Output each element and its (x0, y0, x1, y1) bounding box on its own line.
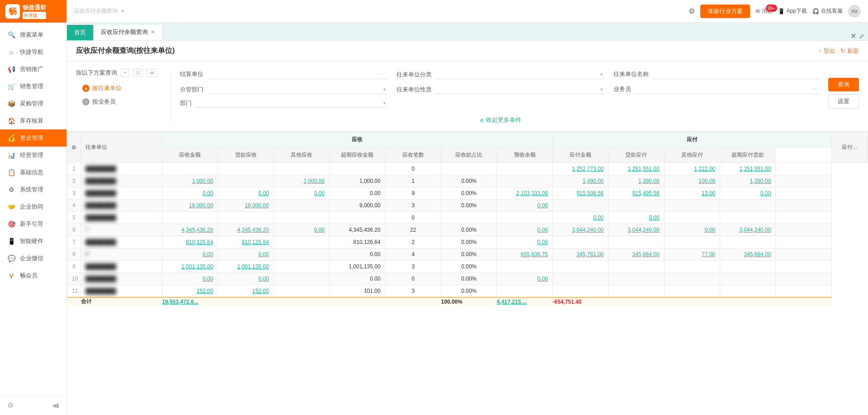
cell-value[interactable]: 13.00 (702, 190, 715, 196)
cell-value[interactable]: 152.00 (252, 288, 269, 294)
department-input[interactable]: ▾ (195, 99, 387, 108)
cell-value[interactable]: 0.00 (203, 251, 213, 258)
sidebar-item-inventory[interactable]: 🏠 库存核算 (0, 112, 66, 129)
cell-value[interactable]: 0.00 (537, 227, 547, 233)
sidebar-item-guide[interactable]: 🎯 新手引导 (0, 215, 66, 233)
filter-config-icon[interactable]: ⊙ (133, 69, 143, 77)
message-button[interactable]: ✉ 消息 99+ (755, 7, 773, 15)
sidebar-item-hardware[interactable]: 📱 智能硬件 (0, 233, 66, 250)
cell-value[interactable]: 3,044,240.00 (572, 227, 604, 233)
cell-value[interactable]: 100.00 (698, 178, 715, 184)
cell-value[interactable]: 345,684.00 (744, 251, 771, 258)
cell-value[interactable]: 0.00 (649, 215, 659, 221)
cell-value[interactable]: 810,126.64 (242, 239, 269, 245)
sidebar-item-system[interactable]: ⚙ 系统管理 (0, 181, 66, 198)
query-button[interactable]: 查询 (828, 78, 859, 91)
header-settings-icon[interactable]: ⚙ (689, 7, 695, 15)
cell-value[interactable]: 345,761.00 (576, 251, 604, 258)
service-button[interactable]: 🎧 在线客服 (812, 7, 843, 15)
tab-home[interactable]: 首页 (67, 25, 94, 40)
cell-value[interactable]: 152.00 (197, 288, 213, 294)
footer-ar-prepay[interactable]: 6,417,215.... (497, 297, 552, 305)
cell-value[interactable]: 1,390.00 (750, 178, 771, 184)
export-button[interactable]: ↑ 导出 (819, 47, 835, 55)
app-download-button[interactable]: 📱 App下载 (778, 7, 807, 15)
cell-value[interactable]: 3,044,240.00 (739, 227, 771, 233)
sidebar-item-label: 经营管理 (20, 151, 43, 159)
cell-value[interactable]: 0.00 (593, 215, 604, 221)
partner-name-input[interactable] (652, 69, 821, 79)
filter-nav-by-salesman[interactable]: ○ 按业务员 (76, 95, 166, 109)
cell-value[interactable]: 810,126.64 (186, 239, 213, 245)
tab-close-window-icon[interactable]: ✕ (850, 32, 856, 40)
sidebar-item-member[interactable]: V 畅会员 (0, 267, 66, 284)
sidebar-collapse-icon[interactable]: ◀▮ (52, 402, 59, 409)
cell-value[interactable]: 0.00 (258, 276, 269, 282)
sidebar-gear-icon[interactable]: ⚙ (7, 401, 14, 410)
sidebar-item-purchase[interactable]: 📦 采购管理 (0, 95, 66, 112)
footer-label: 合计 (81, 297, 162, 305)
cell-value[interactable]: 0.00 (537, 276, 547, 282)
cell-value[interactable]: 77.00 (702, 251, 715, 258)
member-icon: V (7, 272, 15, 279)
cell-value[interactable]: 1,001,135.00 (237, 263, 269, 270)
sidebar-item-marketing[interactable]: 📢 营销推广 (0, 61, 66, 78)
cell-value[interactable]: 1,390.00 (638, 178, 660, 184)
cell-value[interactable]: 1,251,551.00 (739, 166, 771, 172)
sidebar-item-wechat[interactable]: 💬 企业微信 (0, 250, 66, 267)
filter-collapse-icon[interactable]: ≪ (146, 69, 158, 77)
cell-value[interactable]: 915,495.56 (632, 190, 660, 196)
cell-value[interactable]: 0.00 (537, 239, 547, 245)
cell-value[interactable]: 0.00 (258, 251, 269, 258)
collapse-button[interactable]: ∧ 收起更多条件 (480, 116, 521, 124)
col-ar-ratio: 应收款占比 (441, 148, 497, 163)
table-row: 1 ████████ 0 1,252,773.00 1,251,551.00 1… (67, 163, 868, 175)
cell-value[interactable]: 1,001,135.00 (181, 263, 213, 270)
promo-button[interactable]: 体验行业方案 (700, 5, 750, 18)
cell-value[interactable]: 0.00 (760, 190, 771, 196)
sidebar-item-basic[interactable]: 📋 基础信息 (0, 164, 66, 181)
filter-nav-by-partner[interactable]: ● 按往来单位 (76, 81, 166, 95)
setting-button[interactable]: 设置 (828, 94, 859, 109)
tab-maximize-icon[interactable]: ⤢ (859, 33, 864, 40)
cell-value[interactable]: 1,490.00 (583, 178, 604, 184)
cell-value[interactable]: 345,684.00 (632, 251, 660, 258)
cell-value[interactable]: 3,044,240.00 (628, 227, 660, 233)
cell-value[interactable]: 0.00 (705, 227, 715, 233)
cell-value[interactable]: 1,222.00 (694, 166, 715, 172)
cell-value[interactable]: 0.00 (314, 190, 325, 196)
partner-nature-input[interactable]: ▾ (435, 85, 604, 94)
table-gear-icon[interactable]: ⚙ (67, 132, 81, 163)
cell-value[interactable]: 1,252,773.00 (572, 166, 604, 172)
sidebar-item-search[interactable]: 🔍 搜索菜单 (0, 26, 66, 43)
cell-value[interactable]: 4,345,436.20 (181, 227, 213, 233)
footer-ar-amount[interactable]: 19,553,472,6... (162, 297, 218, 305)
settlement-input[interactable]: ··· (207, 69, 387, 79)
cell-value[interactable]: 0.00 (258, 190, 269, 196)
cell-value[interactable]: 1,251,551.00 (628, 166, 660, 172)
cell-value[interactable]: 1,000.00 (304, 178, 325, 184)
partner-type-input[interactable]: ▾ (435, 70, 604, 79)
tab-close-icon[interactable]: ✕ (151, 29, 155, 35)
salesman-input[interactable]: ··· (635, 84, 821, 94)
cell-value[interactable]: 0.00 (203, 190, 213, 196)
dept-input[interactable]: ▾ (207, 85, 387, 94)
sidebar-item-coop[interactable]: 🤝 企业协同 (0, 198, 66, 215)
cell-value[interactable]: 915,508.56 (576, 190, 604, 196)
cell-value[interactable]: 4,345,436.20 (237, 227, 269, 233)
sidebar-item-sales[interactable]: 🛒 销售管理 (0, 78, 66, 95)
filter-add-icon[interactable]: + (121, 69, 129, 77)
cell-value[interactable]: 18,000.00 (189, 202, 213, 209)
cell-value[interactable]: 18,000.00 (245, 202, 269, 209)
sidebar-item-operation[interactable]: 📊 经营管理 (0, 147, 66, 164)
tab-arbalance[interactable]: 应收应付余额查询 ✕ (94, 25, 163, 40)
cell-value[interactable]: 1,000.00 (192, 178, 213, 184)
cell-value[interactable]: 0.00 (203, 276, 213, 282)
sidebar-item-capital[interactable]: 💰 资金管理 (0, 129, 66, 147)
cell-value[interactable]: 655,636.75 (521, 251, 548, 258)
cell-value[interactable]: 2,153,333.00 (516, 190, 548, 196)
cell-value[interactable]: 0.00 (314, 227, 325, 233)
cell-value[interactable]: 0.00 (537, 202, 547, 209)
sidebar-item-quick[interactable]: ⌂ 快捷导航 (0, 43, 66, 61)
refresh-button[interactable]: ↻ 刷新 (840, 47, 859, 55)
